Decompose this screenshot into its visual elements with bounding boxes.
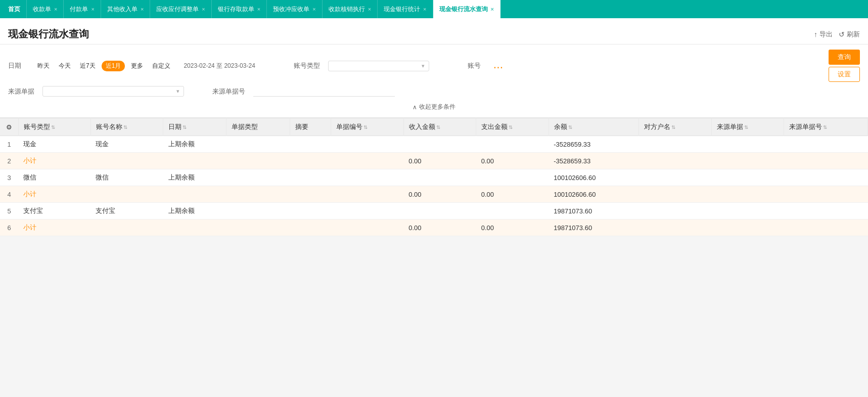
col-gear[interactable]: ⚙ — [0, 118, 18, 136]
date-option-today[interactable]: 今天 — [56, 61, 74, 71]
balance-cell: -3528659.33 — [549, 136, 638, 153]
nav-tab-yushou[interactable]: 预收冲应收单 × — [267, 0, 322, 18]
row-num: 5 — [0, 203, 18, 219]
counterpart-cell — [639, 153, 711, 169]
filter-row-1: 日期 昨天 今天 近7天 近1月 更多 自定义 2023-02-24 至 202… — [8, 50, 860, 82]
sort-icon[interactable]: ⇅ — [744, 124, 748, 130]
income-cell: 0.00 — [403, 186, 476, 203]
close-icon[interactable]: × — [312, 6, 315, 12]
doc-type-cell — [226, 169, 290, 186]
sort-icon[interactable]: ⇅ — [671, 124, 675, 130]
export-button[interactable]: ↑ 导出 — [814, 30, 833, 39]
source-doc-no-cell — [784, 169, 867, 186]
header-actions: ↑ 导出 ↺ 刷新 — [814, 30, 860, 39]
date-cell: 上期余额 — [163, 136, 226, 153]
account-type-cell: 小计 — [18, 219, 90, 236]
expense-cell — [476, 203, 549, 219]
date-options: 昨天 今天 近7天 近1月 更多 自定义 — [34, 61, 173, 71]
export-icon: ↑ — [814, 30, 817, 38]
doc-type-cell — [226, 186, 290, 203]
table-container: ⚙ 账号类型⇅ 账号名称⇅ 日期⇅ 单据类型 摘要 单据编号⇅ 收入金额⇅ — [0, 118, 868, 236]
close-icon[interactable]: × — [202, 6, 205, 12]
income-cell — [403, 169, 476, 186]
nav-tab-home[interactable]: 首页 — [2, 0, 27, 18]
row-num: 6 — [0, 219, 18, 236]
doc-no-cell — [331, 219, 403, 236]
summary-cell — [290, 219, 331, 236]
collapse-bar[interactable]: ∧ 收起更多条件 — [8, 101, 860, 114]
query-button[interactable]: 查询 — [829, 50, 860, 65]
counterpart-cell — [639, 203, 711, 219]
account-name-cell — [90, 153, 163, 169]
col-balance: 余额⇅ — [549, 118, 638, 136]
date-option-custom[interactable]: 自定义 — [149, 61, 173, 71]
date-option-7days[interactable]: 近7天 — [77, 61, 99, 71]
account-type-label: 账号类型 — [294, 61, 320, 70]
filter-area: 日期 昨天 今天 近7天 近1月 更多 自定义 2023-02-24 至 202… — [0, 45, 868, 118]
date-option-1month[interactable]: 近1月 — [102, 61, 125, 71]
doc-no-cell — [331, 203, 403, 219]
source-doc-no-cell — [784, 186, 867, 203]
date-cell: 上期余额 — [163, 169, 226, 186]
sort-icon[interactable]: ⇅ — [51, 124, 55, 130]
source-doc-label: 来源单据 — [8, 87, 34, 96]
date-option-yesterday[interactable]: 昨天 — [34, 61, 53, 71]
balance-cell: 19871073.60 — [549, 203, 638, 219]
summary-cell — [290, 169, 331, 186]
source-doc-no-cell — [784, 203, 867, 219]
nav-tab-fukuandan[interactable]: 付款单 × — [64, 0, 101, 18]
close-icon[interactable]: × — [491, 6, 494, 12]
expense-cell — [476, 169, 549, 186]
close-icon[interactable]: × — [257, 6, 260, 12]
close-icon[interactable]: × — [91, 6, 94, 12]
source-doc-no-input[interactable] — [253, 86, 395, 97]
account-name-cell: 支付宝 — [90, 203, 163, 219]
nav-tab-yinhang[interactable]: 银行存取款单 × — [212, 0, 267, 18]
nav-tab-qita[interactable]: 其他收入单 × — [101, 0, 150, 18]
sort-icon[interactable]: ⇅ — [509, 124, 513, 130]
row-num: 4 — [0, 186, 18, 203]
nav-tab-tongji[interactable]: 现金银行统计 × — [378, 0, 433, 18]
close-icon[interactable]: × — [54, 6, 57, 12]
sort-icon[interactable]: ⇅ — [182, 124, 187, 130]
sort-icon[interactable]: ⇅ — [363, 124, 368, 130]
source-doc-cell — [711, 153, 784, 169]
collapse-icon: ∧ — [413, 104, 417, 111]
nav-tab-shoukuandan[interactable]: 收款单 × — [27, 0, 64, 18]
row-num: 1 — [0, 136, 18, 153]
account-type-cell: 支付宝 — [18, 203, 90, 219]
source-doc-cell — [711, 219, 784, 236]
close-icon[interactable]: × — [368, 6, 371, 12]
sort-icon[interactable]: ⇅ — [568, 124, 572, 130]
source-doc-cell — [711, 136, 784, 153]
close-icon[interactable]: × — [423, 6, 426, 12]
counterpart-cell — [639, 136, 711, 153]
expense-cell: 0.00 — [476, 186, 549, 203]
date-option-more[interactable]: 更多 — [128, 61, 146, 71]
source-doc-select[interactable]: ▾ — [42, 86, 184, 97]
settings-button[interactable]: 设置 — [829, 67, 860, 82]
col-counterpart: 对方户名⇅ — [639, 118, 711, 136]
close-icon[interactable]: × — [141, 6, 144, 12]
doc-type-cell — [226, 136, 290, 153]
row-num: 2 — [0, 153, 18, 169]
sort-icon[interactable]: ⇅ — [123, 124, 127, 130]
sort-icon[interactable]: ⇅ — [823, 124, 827, 130]
doc-type-cell — [226, 203, 290, 219]
account-dots-button[interactable]: ... — [494, 61, 504, 70]
refresh-button[interactable]: ↺ 刷新 — [839, 30, 860, 39]
income-cell: 0.00 — [403, 219, 476, 236]
page-header: 现金银行流水查询 ↑ 导出 ↺ 刷新 — [0, 18, 868, 45]
sort-icon[interactable]: ⇅ — [436, 124, 440, 130]
nav-tab-shoukuan[interactable]: 收款核销执行 × — [323, 0, 378, 18]
col-doc-no: 单据编号⇅ — [331, 118, 403, 136]
table-row: 1现金现金上期余额-3528659.33 — [0, 136, 868, 153]
col-source-doc-no: 来源单据号⇅ — [784, 118, 867, 136]
gear-icon[interactable]: ⚙ — [6, 123, 12, 131]
doc-no-cell — [331, 153, 403, 169]
nav-tab-liushui[interactable]: 现金银行流水查询 × — [433, 0, 500, 18]
account-type-select[interactable]: ▾ — [328, 61, 429, 71]
col-expense: 支出金额⇅ — [476, 118, 549, 136]
nav-tab-yingshou[interactable]: 应收应付调整单 × — [150, 0, 211, 18]
balance-cell: 100102606.60 — [549, 169, 638, 186]
